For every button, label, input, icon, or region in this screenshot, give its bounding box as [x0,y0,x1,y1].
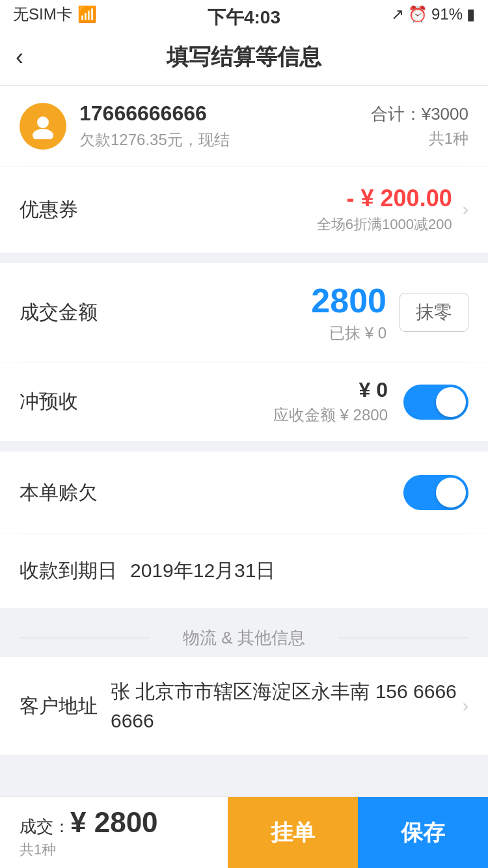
total-label: 合计：¥3000 [371,103,468,126]
divider-6 [0,608,488,618]
carrier-text: 无SIM卡 [13,4,72,25]
status-left: 无SIM卡 📶 [13,4,97,25]
debt-label: 本单赊欠 [20,480,98,506]
due-date-label: 收款到期日 [20,558,117,584]
customer-phone: 17666666666 [79,102,230,126]
deal-amount-row: 成交金额 2800 已抹 ¥ 0 抹零 [0,263,488,362]
address-row[interactable]: 客户地址 张 北京市市辖区海淀区永丰南 156 6666 6666 › [0,657,488,755]
save-button[interactable]: 保存 [358,797,488,869]
coupon-right: - ¥ 200.00 全场6折满1000减200 › [317,185,468,234]
total-amount: ¥3000 [422,104,468,124]
main-content: 17666666666 欠款1276.35元，现结 合计：¥3000 共1种 优… [0,86,488,868]
address-label: 客户地址 [20,693,98,720]
customer-card: 17666666666 欠款1276.35元，现结 合计：¥3000 共1种 [0,86,488,166]
coupon-label: 优惠券 [20,197,78,223]
divider-4 [0,441,488,452]
customer-info: 17666666666 欠款1276.35元，现结 [79,102,230,150]
footer-deal-amount: ¥ 2800 [70,806,158,838]
logistics-text: 物流 & 其他信息 [183,627,305,649]
due-date-value: 2019年12月31日 [130,558,275,584]
address-value: 张 北京市市辖区海淀区永丰南 156 6666 6666 [111,677,463,735]
prepay-sub: 应收金额 ¥ 2800 [273,405,388,426]
status-right: ↗ ⏰ 91% ▮ [391,5,475,23]
total-count: 共1种 [371,128,468,149]
logistics-line-left [20,638,150,638]
customer-left: 17666666666 欠款1276.35元，现结 [20,102,230,150]
status-bar: 无SIM卡 📶 下午4:03 ↗ ⏰ 91% ▮ [0,0,488,29]
back-button[interactable]: ‹ [16,44,23,71]
customer-total: 合计：¥3000 共1种 [371,103,468,149]
logistics-line-right [338,638,468,638]
deal-amount-sub: 已抹 ¥ 0 [311,323,386,344]
deal-amount-label: 成交金额 [20,299,98,326]
avatar [20,103,66,150]
chevron-right-icon: › [463,199,468,220]
discount-amount: - ¥ 200.00 [317,185,452,212]
coupon-info: - ¥ 200.00 全场6折满1000减200 [317,185,452,234]
svg-point-1 [33,129,53,139]
battery-text: 91% [431,5,463,23]
alarm-icon: ⏰ [408,5,427,23]
prepay-row: 冲预收 ¥ 0 应收金额 ¥ 2800 [0,362,488,441]
debt-toggle[interactable] [403,475,468,510]
customer-debt: 欠款1276.35元，现结 [79,129,230,150]
logistics-section-header: 物流 & 其他信息 [0,618,488,657]
status-time: 下午4:03 [208,5,280,30]
battery-icon: ▮ [467,5,475,23]
address-chevron-icon: › [463,696,468,716]
prepay-label: 冲预收 [20,388,78,415]
discount-desc: 全场6折满1000减200 [317,215,452,234]
deal-amount-number: 2800 [311,281,386,320]
hang-order-button[interactable]: 挂单 [228,797,358,869]
prepay-toggle[interactable] [403,385,468,420]
svg-point-0 [37,116,49,128]
prepay-amount: ¥ 0 [273,378,388,402]
wifi-icon: 📶 [77,5,97,23]
footer: 成交：¥ 2800 共1种 挂单 保存 [0,796,488,868]
page-title: 填写结算等信息 [167,42,321,72]
coupon-row[interactable]: 优惠券 - ¥ 200.00 全场6折满1000减200 › [0,167,488,252]
round-zero-button[interactable]: 抹零 [400,293,468,332]
footer-info: 成交：¥ 2800 共1种 [0,806,228,860]
location-icon: ↗ [391,5,404,23]
nav-bar: ‹ 填写结算等信息 [0,29,488,86]
debt-row: 本单赊欠 [0,452,488,534]
footer-deal-label: 成交：¥ 2800 [20,806,208,839]
divider-2 [0,252,488,263]
due-date-row: 收款到期日 2019年12月31日 [0,534,488,608]
footer-deal-count: 共1种 [20,840,208,860]
